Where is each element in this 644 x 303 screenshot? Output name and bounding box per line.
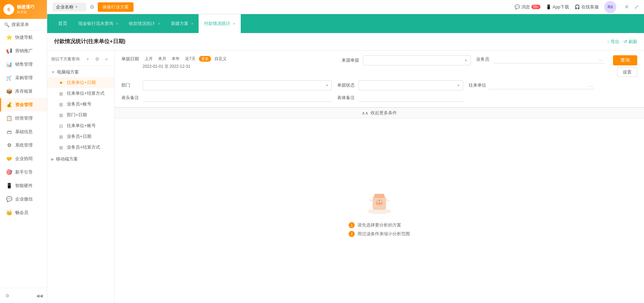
date-opt-more[interactable]: 更多 [199,56,211,62]
sidebar-item-shortcut[interactable]: ⭐ 快捷导航 [0,31,47,44]
sidebar-item-inventory[interactable]: 📦 库存核算 [0,85,47,98]
tab-new-scheme[interactable]: 新建方案 × [166,14,199,33]
tab-payments-label: 付款情况统计 [204,21,230,27]
tip-num-2: 2 [349,231,355,237]
sidebar-header[interactable]: 6 畅捷通巧 标准版 [0,0,47,19]
trial-btn[interactable]: 体验行业方案 [98,2,134,12]
company-selector[interactable]: 企业名称 ▾ [53,3,86,11]
search-icon: 🔍 [4,22,9,27]
sidebar-item-hardware[interactable]: 📱 智能硬件 [0,179,47,192]
status-select[interactable]: ▾ [358,80,463,90]
scheme-collapse-btn[interactable]: « [103,55,110,63]
tip-text-2: 用过滤条件来缩小分析范围 [357,231,410,237]
tab-new-scheme-close[interactable]: × [191,22,193,26]
header-note-input[interactable] [143,94,332,102]
date-opt-last-month[interactable]: 上月 [143,55,155,62]
sidebar-item-label: 销售管理 [15,61,33,67]
tab-payments-close[interactable]: × [233,22,235,26]
desktop-scheme-header[interactable]: ▼ 电脑端方案 [47,67,114,77]
scheme-item-staff-date[interactable]: ▦ 业务员+日期 [47,131,114,142]
tab-payments[interactable]: 付款情况统计 × [199,14,240,33]
tab-bank[interactable]: 现金银行流水查询 × [73,14,123,33]
sidebar-item-label: 库存核算 [15,88,33,94]
scheme-item-unit-settlement[interactable]: ▦ 往来单位+结算方式 [47,88,114,99]
subheader-actions: ↑ 导出 ↺ 刷新 [607,39,638,45]
body-note-input[interactable] [358,94,463,102]
sidebar-item-coop[interactable]: 🤝 企业协同 [0,152,47,165]
tab-bank-close[interactable]: × [116,22,118,26]
sidebar-item-operations[interactable]: 📋 经营管理 [0,112,47,125]
sidebar-item-label: 智能硬件 [15,183,33,189]
user-avatar[interactable]: Rit [604,1,616,13]
source-select[interactable]: ▾ [363,55,470,65]
filter-settings-btn[interactable]: 设置 [617,67,637,77]
sidebar-item-capital[interactable]: 💰 资金管理 [0,98,47,112]
company-name: 企业名称 [56,4,74,10]
tab-new-scheme-label: 新建方案 [171,21,188,27]
scheme-item-unit-account[interactable]: ▨ 往来单位+账号 [47,120,114,131]
scheme-item-dept-date[interactable]: ▦ 部门+日期 [47,110,114,120]
sales-icon: 📊 [6,61,12,68]
sidebar-item-sales[interactable]: 📊 销售管理 [0,58,47,71]
scheme-icon-3: ▦ [58,112,64,118]
status-arrow-icon: ▾ [458,83,460,88]
sidebar-item-member[interactable]: 👑 畅会员 [0,206,47,219]
svg-line-7 [386,200,389,201]
scheme-settings-btn[interactable]: ⚙ [93,55,101,63]
scheme-item-label: 业务员+结算方式 [67,144,100,150]
tab-receipts[interactable]: 收款情况统计 × [123,14,165,33]
tab-home[interactable]: 首页 [53,14,73,33]
date-opt-custom[interactable]: 自定义 [212,55,229,62]
operations-icon: 📋 [6,115,12,122]
sidebar-settings-btn[interactable]: ⚙ [3,291,12,300]
sidebar-item-label: 企业微信 [15,196,33,202]
messages-btn[interactable]: 💬 消息 99+ [515,4,540,10]
messages-badge: 99+ [531,5,540,9]
staff-ellipsis-btn[interactable]: ... [599,57,604,62]
unit-ellipsis-btn[interactable]: ... [589,83,593,88]
tab-bank-label: 现金银行流水查询 [78,21,113,27]
download-icon: 📱 [546,4,551,9]
body-note-label: 表体备注 [337,95,356,101]
tab-receipts-close[interactable]: × [158,22,160,26]
sidebar-collapse-btn[interactable]: ◀◀ [35,291,44,300]
scheme-item-staff-settlement[interactable]: ▦ 业务员+结算方式 [47,142,114,153]
refresh-btn[interactable]: ↺ 刷新 [623,39,637,45]
date-opt-this-month[interactable]: 本月 [156,55,168,62]
scheme-item-staff-account[interactable]: ▦ 业务员+账号 [47,99,114,110]
sidebar-item-purchase[interactable]: 🛒 采购管理 [0,71,47,85]
sidebar-nav: ⭐ 快捷导航 📢 营销推广 📊 销售管理 🛒 采购管理 📦 库存核算 💰 [0,31,47,288]
dept-select[interactable]: ▾ [143,80,332,90]
maximize-btn[interactable]: ⤢ [634,4,639,10]
unit-filter-label: 往来单位 [469,82,486,88]
empty-tips: 1 请先选择要分析的方案 2 用过滤条件来缩小分析范围 [349,222,410,237]
dept-arrow-icon: ▾ [326,83,328,88]
close-btn[interactable]: ✕ [624,4,629,10]
collapse-more-conditions[interactable]: ∧∧ 收起更多条件 [115,108,644,118]
settings-gear-icon[interactable]: ⚙ [90,4,94,10]
date-opt-this-year[interactable]: 本年 [170,55,182,62]
sidebar-item-wechat[interactable]: 💬 企业微信 [0,192,47,206]
date-opt-7days[interactable]: 近7天 [183,55,198,62]
online-service-btn[interactable]: 🎧 在线客服 [575,4,599,10]
shortcut-icon: ⭐ [6,34,12,41]
page-title: 付款情况统计(往来单位+日期) [54,38,603,45]
query-btn[interactable]: 查询 [613,55,637,65]
scheme-icon-2: ▦ [58,101,64,107]
member-icon: 👑 [6,209,12,216]
search-label: 搜索菜单 [11,22,29,28]
export-btn[interactable]: ↑ 导出 [607,39,620,45]
add-scheme-btn[interactable]: + [84,55,91,63]
scheme-item-unit-date[interactable]: ● 往来单位+日期 [47,77,114,88]
search-menu[interactable]: 🔍 搜索菜单 [0,19,47,31]
sidebar-item-guide[interactable]: 🎯 新手引导 [0,165,47,179]
app-title-area: 畅捷通巧 标准版 [17,4,34,14]
sidebar-item-label: 采购管理 [15,75,33,81]
app-download-btn[interactable]: 📱 App下载 [546,4,569,10]
sidebar-item-marketing[interactable]: 📢 营销推广 [0,44,47,58]
sidebar-item-basic[interactable]: 🗃 基础信息 [0,125,47,139]
scheme-icon-1: ▦ [58,90,64,96]
sidebar-item-system[interactable]: ⚙ 系统管理 [0,139,47,152]
mobile-scheme-header[interactable]: ▶ 移动端方案 [47,154,114,164]
app-subtitle: 标准版 [17,10,34,14]
